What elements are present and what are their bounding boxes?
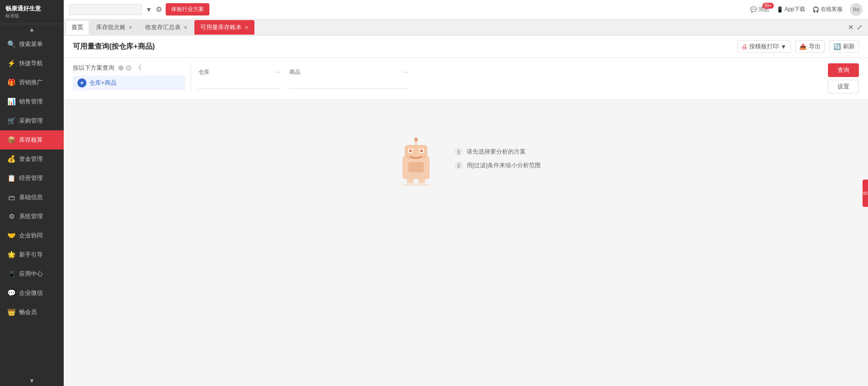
tab-batch-account[interactable]: 库存批次账 ✕	[90, 20, 138, 35]
cart-icon: 🛒	[7, 117, 15, 125]
sidebar-item-marketing[interactable]: 🎁 营销推广	[0, 73, 64, 92]
sidebar-item-shortcut[interactable]: ⚡ 快捷导航	[0, 54, 64, 73]
collapse-filter-button[interactable]: 《	[135, 64, 142, 72]
sidebar-item-label: 库存核算	[19, 136, 43, 144]
sidebar-item-wechat[interactable]: 💬 企业微信	[0, 283, 64, 303]
export-button[interactable]: 📤 导出	[795, 40, 825, 53]
sidebar-item-inventory[interactable]: 📦 库存核算	[0, 130, 64, 149]
expand-tab-button[interactable]: ⤢	[857, 23, 863, 31]
sidebar-item-finance[interactable]: 💰 资金管理	[0, 149, 64, 169]
sidebar-item-newbie[interactable]: 🌟 新手引导	[0, 245, 64, 264]
filter-left: 按以下方案查询 ⊕ ⊙ 《 仓库+商品	[73, 63, 191, 90]
empty-tips: 1 请先选择要分析的方案 2 用[过滤]条件来缩小分析范围	[455, 148, 541, 170]
header-right: 💬 消息 99+ 📱 App下载 🎧 在线客服 Rit	[750, 3, 863, 16]
app-download-button[interactable]: 📱 App下载	[777, 5, 805, 13]
sidebar-item-label: 搜索菜单	[19, 40, 43, 48]
sidebar-item-operation[interactable]: 📋 经营管理	[0, 169, 64, 188]
sidebar-item-sales[interactable]: 📊 销售管理	[0, 92, 64, 111]
page-title-bar: 可用量查询(按仓库+商品) 🖨 按模板打印 ▼ 📤 导出 🔄 刷新	[64, 36, 868, 58]
filter-actions: 查询 设置	[828, 63, 859, 93]
online-service-label: 在线客服	[821, 5, 843, 13]
page-title: 可用量查询(按仓库+商品)	[73, 42, 155, 51]
tabs-right: ✕ ⤢	[848, 23, 866, 31]
sidebar-item-label: 营销推广	[19, 78, 43, 87]
dropdown-button[interactable]: ▼	[146, 6, 152, 13]
warehouse-field-header: 仓库 ···	[198, 68, 280, 76]
tip-text-1: 请先选择要分析的方案	[467, 148, 526, 156]
tab-home[interactable]: 首页	[66, 20, 89, 35]
export-label: 导出	[809, 42, 821, 51]
message-icon: 💬	[750, 6, 757, 13]
warehouse-label: 仓库	[198, 68, 209, 76]
tab-available-inventory-label: 可用量库存账本	[200, 23, 242, 31]
printer-icon: 🖨	[741, 43, 747, 50]
print-label: 按模板打印	[749, 42, 779, 51]
refresh-icon: 🔄	[833, 43, 841, 50]
tip-num-1: 1	[455, 148, 463, 156]
sidebar-logo: 畅康通好生意 标准版	[0, 0, 64, 24]
settings-scheme-icon[interactable]: ⊙	[126, 63, 132, 72]
sidebar-item-purchase[interactable]: 🛒 采购管理	[0, 111, 64, 130]
handle-icon: |||	[863, 191, 868, 195]
sidebar-item-appcenter[interactable]: 📱 应用中心	[0, 264, 64, 283]
online-service-button[interactable]: 🎧 在线客服	[812, 5, 843, 13]
filter-area: 按以下方案查询 ⊕ ⊙ 《 仓库+商品	[64, 58, 868, 99]
money-icon: 💰	[7, 155, 15, 163]
industry-solution-button[interactable]: 体验行业方案	[166, 3, 209, 15]
goods-input[interactable]	[289, 78, 408, 89]
star-icon: 🌟	[7, 251, 15, 259]
sidebar-item-member[interactable]: 👑 畅会员	[0, 303, 64, 322]
filter-settings-button[interactable]: 设置	[828, 80, 859, 93]
goods-more-btn[interactable]: ···	[403, 69, 408, 75]
search-input[interactable]	[69, 4, 142, 15]
crown-icon: 👑	[7, 308, 15, 316]
export-icon: 📤	[799, 43, 807, 50]
tab-receive-summary[interactable]: 收发存汇总表 ✕	[139, 20, 193, 35]
tab-receive-summary-label: 收发存汇总表	[145, 23, 181, 31]
tab-close-icon[interactable]: ✕	[128, 25, 132, 31]
sidebar-item-system[interactable]: ⚙ 系统管理	[0, 207, 64, 226]
sidebar-item-label: 经营管理	[19, 174, 43, 182]
user-name: Rit	[853, 7, 859, 12]
tab-home-label: 首页	[71, 23, 83, 31]
tab-close-icon[interactable]: ✕	[183, 25, 188, 31]
sidebar-item-enterprise[interactable]: 🤝 企业协同	[0, 226, 64, 245]
right-sidebar-handle[interactable]: |||	[863, 180, 868, 207]
scheme-item-label: 仓库+商品	[89, 79, 117, 87]
sidebar-item-label: 销售管理	[19, 98, 43, 106]
query-button[interactable]: 查询	[828, 63, 859, 77]
clipboard-icon: 📋	[7, 174, 15, 182]
svg-rect-2	[405, 145, 427, 159]
sidebar-item-label: 应用中心	[19, 270, 43, 278]
scroll-down-btn[interactable]: ▼	[0, 376, 64, 386]
goods-label: 商品	[289, 68, 300, 76]
sidebar-item-label: 资金管理	[19, 155, 43, 163]
tab-available-inventory[interactable]: 可用量库存账本 ✕	[194, 20, 254, 35]
sidebar-item-label: 企业微信	[19, 289, 43, 297]
print-button[interactable]: 🖨 按模板打印 ▼	[737, 40, 791, 53]
tabs-bar: 首页 库存批次账 ✕ 收发存汇总表 ✕ 可用量库存账本 ✕ ✕ ⤢	[64, 19, 868, 36]
message-button[interactable]: 💬 消息 99+	[750, 5, 769, 13]
add-scheme-icon[interactable]: ⊕	[118, 63, 124, 72]
company-name: 畅康通好生意	[5, 5, 58, 13]
sidebar-item-basic[interactable]: 🗃 基础信息	[0, 188, 64, 207]
tip-num-2: 2	[455, 161, 463, 170]
user-avatar[interactable]: Rit	[850, 3, 863, 16]
filter-scheme-item[interactable]: 仓库+商品	[73, 76, 185, 90]
refresh-button[interactable]: 🔄 刷新	[829, 40, 859, 53]
warehouse-input[interactable]	[198, 78, 280, 89]
warehouse-more-btn[interactable]: ···	[276, 69, 280, 75]
settings-button[interactable]: ⚙	[156, 5, 162, 14]
scroll-up-btn[interactable]: ▲	[0, 24, 64, 35]
page-content: 可用量查询(按仓库+商品) 🖨 按模板打印 ▼ 📤 导出 🔄 刷新	[64, 36, 868, 386]
filter-icon-buttons: ⊕ ⊙	[118, 63, 132, 72]
svg-point-6	[420, 149, 423, 152]
phone-download-icon: 📱	[777, 6, 783, 13]
headset-icon: 🎧	[812, 6, 819, 13]
sidebar-item-search[interactable]: 🔍 搜索菜单	[0, 35, 64, 54]
close-tab-button[interactable]: ✕	[848, 23, 854, 31]
app-download-label: App下载	[785, 5, 805, 13]
tip-item-1: 1 请先选择要分析的方案	[455, 148, 541, 156]
tab-close-icon[interactable]: ✕	[244, 25, 249, 31]
svg-point-12	[402, 183, 430, 186]
